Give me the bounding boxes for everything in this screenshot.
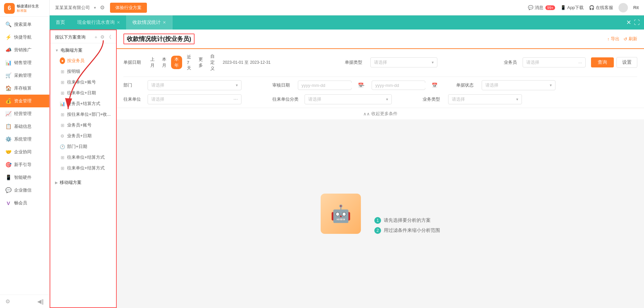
customer-service-icon: 🎧	[589, 5, 594, 10]
date-btn-more[interactable]: 更多	[196, 55, 206, 69]
doc-type-select[interactable]: 请选择 ▾	[370, 57, 437, 67]
dept-dropdown-icon: ▾	[236, 83, 238, 88]
scheme-cs2-icon: ⊞	[60, 165, 65, 171]
date-btn-this-year[interactable]: 本年	[171, 56, 182, 69]
breadcrumb-dropdown-icon[interactable]: ▾	[94, 5, 96, 10]
review-date-start-input[interactable]: 📅	[298, 81, 352, 90]
sidebar-item-enterprise[interactable]: 🤝 企业协同	[0, 146, 49, 158]
counterpart-select[interactable]: 请选择 ···	[148, 94, 241, 104]
tab-bank-close-icon[interactable]: ✕	[117, 20, 120, 25]
settings-footer-icon[interactable]: ⚙	[5, 298, 10, 305]
tab-close-all-icon[interactable]: ✕	[626, 19, 631, 26]
salesman-select[interactable]: 请选择 ···	[523, 57, 586, 67]
collapse-up-icon: ∧∧	[363, 111, 370, 116]
step-2-num: 2	[374, 227, 381, 234]
operation-icon: 📈	[5, 111, 11, 117]
scheme-item-by-salesman[interactable]: ● 按业务员	[50, 55, 116, 66]
scheme-cp-date-icon: ⊞	[60, 90, 65, 96]
sidebar-item-hardware[interactable]: 📱 智能硬件	[0, 171, 49, 184]
desktop-group-header[interactable]: ▼ 电脑端方案	[50, 45, 116, 55]
query-button[interactable]: 查询	[591, 57, 614, 67]
salesman-more-icon[interactable]: ···	[578, 60, 582, 65]
member-icon: V	[5, 200, 11, 206]
logo-text: 畅捷通好生意 标准版	[17, 4, 39, 13]
right-content: 收款情况统计(按业务员) ↑ 导出 ↺ 刷新	[117, 30, 644, 308]
settings-button[interactable]: 设置	[616, 57, 637, 68]
user-avatar[interactable]	[619, 3, 628, 12]
sidebar-item-member[interactable]: V 畅会员	[0, 197, 49, 209]
sidebar-item-wechat[interactable]: 💬 企业微信	[0, 184, 49, 197]
mobile-group-header[interactable]: ▶ 移动端方案	[50, 177, 116, 188]
app-download-icon: 📱	[560, 5, 566, 10]
sidebar-item-purchase[interactable]: 🛒 采购管理	[0, 69, 49, 82]
sidebar-item-inventory[interactable]: 🏠 库存核算	[0, 82, 49, 95]
scheme-item-salesman-date[interactable]: ⚙ 业务员+日期	[50, 131, 116, 141]
sidebar-item-finance[interactable]: 💰 资金管理	[0, 95, 49, 107]
collapse-sidebar-icon[interactable]: ◀‖	[37, 298, 44, 305]
messages-action[interactable]: 💬 消息 99+	[528, 5, 555, 11]
scheme-sa-icon: ⊞	[60, 122, 65, 128]
logo-icon: 6	[4, 3, 15, 14]
collapse-row[interactable]: ∧∧ 收起更多条件	[117, 108, 644, 119]
sidebar-item-sales[interactable]: 📊 销售管理	[0, 56, 49, 69]
scheme-item-by-detail[interactable]: ⊞ 按明细	[50, 66, 116, 77]
app-download-action[interactable]: 📱 App下载	[560, 5, 584, 11]
review-date-end-field[interactable]	[375, 83, 432, 88]
date-btn-custom[interactable]: 自定义	[208, 52, 217, 72]
scheme-item-counterpart-date[interactable]: ⊞ 往来单位+日期	[50, 88, 116, 98]
scheme-item-counterpart-account[interactable]: ⊞ 往来单位+账号	[50, 77, 116, 88]
dept-select[interactable]: 请选择 ▾	[148, 80, 241, 90]
finance-icon: 💰	[5, 98, 11, 104]
review-date-start-field[interactable]	[302, 83, 358, 88]
scheme-panel: 按以下方案查询 ＋ ⚙ 《 ▼ 电脑端方案 ●	[50, 30, 117, 308]
date-btn-this-month[interactable]: 本月	[159, 55, 169, 69]
search-icon: 🔍	[5, 21, 11, 28]
trial-button[interactable]: 体验行业方案	[110, 3, 147, 13]
scheme-item-counterpart-settlement1[interactable]: ⊞ 往来单位+结算方式	[50, 152, 116, 163]
tab-expand-icon[interactable]: ⛶	[634, 19, 640, 26]
settings-scheme-icon[interactable]: ⚙	[100, 34, 105, 40]
sales-icon: 📊	[5, 60, 11, 66]
business-type-select[interactable]: 请选择 ▾	[448, 94, 522, 104]
scheme-item-counterpart-settlement2[interactable]: ⊞ 往来单位+结算方式	[50, 163, 116, 173]
page-area: 按以下方案查询 ＋ ⚙ 《 ▼ 电脑端方案 ●	[50, 30, 644, 308]
sidebar: 6 畅捷通好生意 标准版 🔍 搜索菜单 ⚡ 快捷导航 📣 营销推广 📊 销售管理…	[0, 0, 50, 308]
tab-bank[interactable]: 现金银行流水查询 ✕	[71, 15, 126, 30]
sidebar-item-guide[interactable]: 🎯 新手引导	[0, 158, 49, 171]
counterpart-more-icon[interactable]: ···	[233, 96, 238, 102]
sidebar-item-operation[interactable]: 📈 经营管理	[0, 107, 49, 120]
sidebar-item-basic[interactable]: 📋 基础信息	[0, 120, 49, 133]
tab-collection-close-icon[interactable]: ✕	[163, 20, 166, 25]
header-gear-icon[interactable]: ⚙	[100, 4, 105, 11]
date-btn-last7days[interactable]: 近7天	[184, 53, 194, 72]
filter-row-2: 部门 请选择 ▾ 审核日期 📅 —	[123, 80, 637, 90]
sidebar-item-search[interactable]: 🔍 搜索菜单	[0, 18, 49, 31]
tab-collection[interactable]: 收款情况统计 ✕	[126, 15, 172, 30]
export-button[interactable]: ↑ 导出	[607, 36, 620, 42]
counterpart-category-select[interactable]: 请选择 ▾	[305, 94, 392, 104]
date-btn-last-month[interactable]: 上月	[148, 55, 157, 69]
collapse-scheme-icon[interactable]: 《	[107, 34, 111, 40]
scheme-item-by-dept-collection[interactable]: ⊞ 按往来单位+部门+收...	[50, 109, 116, 120]
review-date-end-input[interactable]: 📅	[372, 81, 425, 90]
sidebar-item-marketing[interactable]: 📣 营销推广	[0, 44, 49, 56]
scheme-item-salesman-account[interactable]: ⊞ 业务员+账号	[50, 120, 116, 131]
purchase-icon: 🛒	[5, 72, 11, 79]
calendar-end-icon[interactable]: 📅	[432, 83, 437, 88]
sidebar-item-system[interactable]: ⚙️ 系统管理	[0, 133, 49, 146]
scheme-sd-icon: ⚙	[60, 133, 65, 139]
tab-home[interactable]: 首页	[50, 15, 71, 30]
scheme-item-salesman-settlement[interactable]: 📊 业务员+结算方式	[50, 98, 116, 109]
refresh-button[interactable]: ↺ 刷新	[624, 36, 637, 42]
scheme-dd-icon: 🕐	[60, 144, 65, 149]
review-date-dash: —	[359, 82, 364, 88]
sidebar-item-quick-nav[interactable]: ⚡ 快捷导航	[0, 31, 49, 44]
empty-steps: 1 请先选择要分析的方案 2 用过滤条件来缩小分析范围	[374, 217, 440, 234]
scheme-salesman-icon: ●	[60, 58, 65, 63]
scheme-header-icons: ＋ ⚙ 《	[94, 34, 111, 40]
scheme-item-dept-date[interactable]: 🕐 部门+日期	[50, 141, 116, 152]
doc-status-select[interactable]: 请选择 ▾	[482, 80, 555, 90]
add-scheme-icon[interactable]: ＋	[94, 34, 98, 40]
customer-service-action[interactable]: 🎧 在线客服	[589, 5, 613, 11]
logo-area: 6 畅捷通好生意 标准版	[0, 0, 49, 17]
